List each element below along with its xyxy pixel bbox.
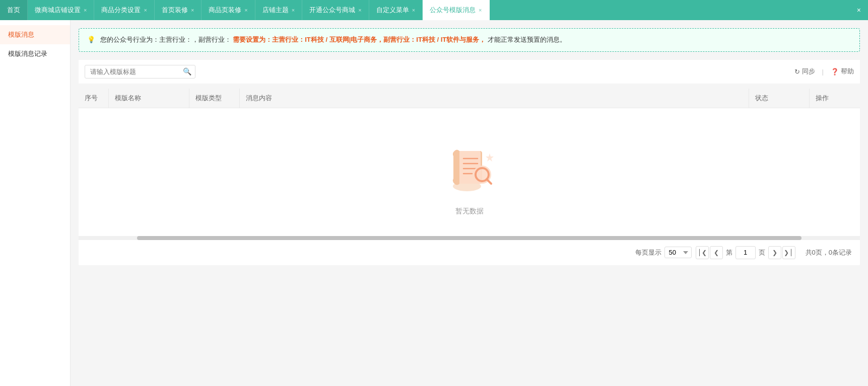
nav-item-home[interactable]: 首页	[0, 0, 28, 20]
sidebar-item-template-msg-label: 模版消息	[8, 31, 34, 38]
nav-item-product-decor[interactable]: 商品页装修 ×	[202, 0, 255, 20]
search-input[interactable]	[85, 65, 195, 79]
notice-highlight: 需要设置为：主营行业：IT科技 / 互联网|电子商务，副营行业：IT科技 / I…	[233, 36, 486, 43]
per-page-label: 每页显示	[635, 248, 661, 257]
nav-label: 微商城店铺设置	[35, 6, 81, 15]
nav-item-template-message[interactable]: 公众号模版消息 ×	[423, 0, 489, 20]
sidebar: 模版消息 模版消息记录	[0, 20, 71, 386]
col-name: 模版名称	[109, 89, 189, 108]
nav-item-shop-settings[interactable]: 微商城店铺设置 ×	[28, 0, 94, 20]
empty-text: 暂无数据	[455, 207, 484, 216]
nav-label: 商品分类设置	[101, 6, 141, 15]
prev-page-button[interactable]: ❮	[710, 246, 723, 259]
search-left: 🔍	[85, 65, 195, 79]
total-info: 共0页，0条记录	[806, 248, 852, 257]
horizontal-scrollbar[interactable]	[79, 236, 860, 240]
sidebar-item-template-record[interactable]: 模版消息记录	[0, 44, 70, 63]
per-page-wrap: 每页显示 50 10 20 100	[635, 247, 692, 258]
table-header: 序号 模版名称 模版类型 消息内容 状态 操作	[79, 89, 860, 108]
scrollbar-thumb	[137, 236, 801, 240]
pagination: 每页显示 50 10 20 100 ⎪❮ ❮ 第 页 ❯ ❯⎪	[79, 240, 860, 265]
nav-item-category-settings[interactable]: 商品分类设置 ×	[94, 0, 154, 20]
nav-close-all-button[interactable]: ×	[850, 6, 868, 14]
search-input-wrap: 🔍	[85, 65, 195, 79]
nav-close-product-decor[interactable]: ×	[244, 7, 247, 13]
close-all-icon: ×	[857, 6, 861, 14]
divider: |	[822, 68, 824, 75]
nav-label: 公众号模版消息	[430, 6, 476, 15]
sync-icon: ↻	[794, 68, 800, 75]
content-area: 💡 您的公众号行业为：主营行业：，副营行业： 需要设置为：主营行业：IT科技 /…	[71, 20, 868, 386]
sync-button[interactable]: ↻ 同步	[794, 67, 815, 76]
sidebar-item-template-msg[interactable]: 模版消息	[0, 25, 70, 44]
nav-close-category[interactable]: ×	[144, 7, 147, 13]
page-label-after: 页	[759, 248, 765, 257]
nav-item-custom-menu[interactable]: 自定义菜单 ×	[369, 0, 423, 20]
sync-label: 同步	[802, 67, 815, 76]
page-label-before: 第	[726, 248, 732, 257]
col-content: 消息内容	[240, 89, 749, 108]
notice-suffix: 才能正常发送预置的消息。	[488, 36, 566, 43]
empty-state: 暂无数据	[79, 108, 860, 236]
nav-close-open-mall[interactable]: ×	[358, 7, 361, 13]
nav-label: 首页装修	[162, 6, 188, 15]
first-page-button[interactable]: ⎪❮	[696, 246, 709, 259]
nav-item-home-decor[interactable]: 首页装修 ×	[155, 0, 202, 20]
help-button[interactable]: ❓ 帮助	[831, 67, 854, 76]
col-type: 模版类型	[189, 89, 240, 108]
nav-item-shop-theme[interactable]: 店铺主题 ×	[255, 0, 302, 20]
search-bar: 🔍 ↻ 同步 | ❓ 帮助	[79, 60, 860, 84]
col-status: 状态	[749, 89, 810, 108]
nav-label: 店铺主题	[262, 6, 289, 15]
notice-box: 💡 您的公众号行业为：主营行业：，副营行业： 需要设置为：主营行业：IT科技 /…	[79, 28, 860, 52]
help-label: 帮助	[841, 67, 854, 76]
pagination-nav: ⎪❮ ❮ 第 页 ❯ ❯⎪	[696, 246, 795, 259]
nav-label: 商品页装修	[209, 6, 241, 15]
next-page-button[interactable]: ❯	[768, 246, 781, 259]
table: 序号 模版名称 模版类型 消息内容 状态 操作	[79, 89, 860, 265]
nav-close-shop-settings[interactable]: ×	[84, 7, 87, 13]
col-action: 操作	[810, 89, 860, 108]
sidebar-item-template-record-label: 模版消息记录	[8, 50, 47, 57]
nav-close-template-message[interactable]: ×	[479, 7, 482, 13]
help-icon: ❓	[831, 68, 839, 75]
notice-prefix: 您的公众号行业为：主营行业：，副营行业：	[100, 36, 231, 43]
notice-icon: 💡	[87, 36, 95, 43]
search-right: ↻ 同步 | ❓ 帮助	[794, 67, 854, 76]
search-icon[interactable]: 🔍	[183, 67, 191, 75]
nav-label: 自定义菜单	[376, 6, 409, 15]
top-nav: 首页 微商城店铺设置 × 商品分类设置 × 首页装修 × 商品页装修 × 店铺主…	[0, 0, 868, 20]
nav-close-home-decor[interactable]: ×	[191, 7, 194, 13]
current-page-input[interactable]	[736, 246, 756, 259]
nav-label: 开通公众号商城	[309, 6, 355, 15]
main-layout: 模版消息 模版消息记录 💡 您的公众号行业为：主营行业：，副营行业： 需要设置为…	[0, 20, 868, 386]
per-page-select[interactable]: 50 10 20 100	[664, 247, 692, 258]
nav-close-shop-theme[interactable]: ×	[292, 7, 295, 13]
last-page-button[interactable]: ❯⎪	[782, 246, 795, 259]
nav-close-custom-menu[interactable]: ×	[412, 7, 415, 13]
col-index: 序号	[79, 89, 109, 108]
empty-icon	[439, 138, 500, 199]
nav-item-open-mall[interactable]: 开通公众号商城 ×	[302, 0, 369, 20]
nav-item-home-label: 首页	[7, 6, 20, 15]
